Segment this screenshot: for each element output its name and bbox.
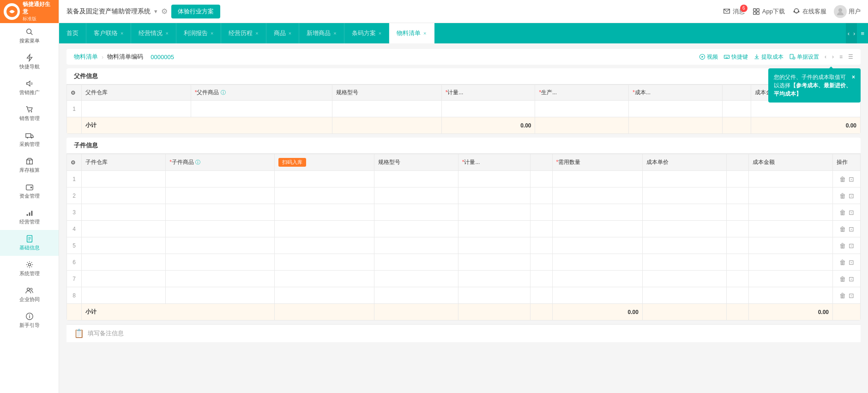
delete-row-8[interactable]: 🗑: [839, 292, 846, 299]
nav-prev-arrow[interactable]: ‹: [846, 23, 851, 43]
copy-row-2[interactable]: ⊡: [849, 192, 854, 200]
svg-point-5: [30, 111, 32, 113]
child-cell-warehouse-1[interactable]: [82, 171, 166, 187]
notes-label[interactable]: 填写备注信息: [88, 329, 124, 338]
close-tab-customer[interactable]: ×: [121, 30, 123, 36]
tab-bom[interactable]: 物料清单 ×: [389, 23, 434, 43]
close-tab-profit[interactable]: ×: [211, 30, 213, 36]
system-dropdown-icon[interactable]: ▾: [154, 8, 157, 15]
sidebar-item-inventory[interactable]: 库存核算: [0, 152, 59, 178]
sidebar-item-sales[interactable]: 销售管理: [0, 101, 59, 127]
svg-rect-26: [757, 8, 759, 11]
tab-operation[interactable]: 经营情况 ×: [131, 23, 176, 43]
copy-row-1[interactable]: ⊡: [849, 175, 854, 183]
svg-rect-25: [753, 8, 756, 11]
child-table-header: ⚙ 子件仓库 *子件商品 ⓘ 扫码入库 规格型号 *计量... *需用数量 成本…: [67, 154, 861, 171]
sidebar-item-basic-info[interactable]: 基础信息: [0, 230, 59, 256]
app-logo: 畅捷通好生意 标准版: [0, 0, 59, 23]
action-extract-cost[interactable]: 提取成本: [753, 53, 784, 61]
breadcrumb-bom[interactable]: 物料清单: [74, 53, 98, 61]
nav-next-arrow[interactable]: ›: [851, 23, 857, 43]
nav-next[interactable]: ›: [832, 54, 834, 60]
sidebar-item-finance[interactable]: 资金管理: [0, 178, 59, 204]
child-cell-unit-cost-1[interactable]: [642, 171, 726, 187]
copy-row-4[interactable]: ⊡: [849, 225, 854, 233]
delete-row-3[interactable]: 🗑: [839, 209, 846, 216]
child-subtotal-label: 小计: [82, 304, 275, 320]
copy-row-7[interactable]: ⊡: [849, 275, 854, 283]
delete-row-1[interactable]: 🗑: [839, 175, 846, 183]
copy-row-5[interactable]: ⊡: [849, 242, 854, 249]
tooltip-close-btn[interactable]: ×: [852, 73, 855, 81]
nav-menu[interactable]: ≡: [839, 54, 843, 60]
parent-cell-cost-1[interactable]: [629, 101, 723, 117]
parent-row-1: 1: [67, 101, 861, 117]
tab-profit[interactable]: 利润报告 ×: [176, 23, 221, 43]
child-cell-goods-1[interactable]: [166, 171, 275, 187]
nav-list-view[interactable]: ☰: [848, 54, 853, 60]
close-tab-history[interactable]: ×: [255, 30, 258, 36]
copy-row-3[interactable]: ⊡: [849, 209, 854, 216]
copy-row-6[interactable]: ⊡: [849, 259, 854, 266]
parent-cell-produce-1[interactable]: [535, 101, 629, 117]
main-content: 装备及固定资产辅助管理系统 ▾ ⚙ 体验行业方案 消息 6 App下载 在线客服: [59, 0, 868, 393]
parent-th-gear[interactable]: ⚙: [67, 85, 82, 101]
sidebar-item-purchase[interactable]: 采购管理: [0, 127, 59, 152]
parent-subtotal-row: 小计 0.00 0.00: [67, 117, 861, 134]
close-tab-new-goods[interactable]: ×: [333, 30, 336, 36]
delete-row-5[interactable]: 🗑: [839, 242, 846, 249]
svg-marker-3: [27, 54, 32, 61]
close-tab-operation[interactable]: ×: [165, 30, 168, 36]
delete-row-6[interactable]: 🗑: [839, 259, 846, 266]
action-video[interactable]: 视频: [699, 53, 718, 61]
child-cell-spec-1[interactable]: [374, 171, 458, 187]
topbar-right: 消息 6 App下载 在线客服 用户: [723, 5, 861, 18]
app-download-btn[interactable]: App下载: [752, 7, 785, 16]
child-th-gear[interactable]: ⚙: [67, 154, 82, 171]
settings-icon: [25, 260, 34, 269]
sidebar-item-quick-nav[interactable]: 快捷导航: [0, 49, 59, 75]
parent-cell-unit-1[interactable]: [441, 101, 535, 117]
action-shortcut[interactable]: 快捷键: [723, 53, 748, 61]
logo-sub: 标准版: [23, 16, 55, 22]
message-btn[interactable]: 消息 6: [723, 7, 745, 16]
copy-row-8[interactable]: ⊡: [849, 292, 854, 299]
scan-btn[interactable]: 扫码入库: [278, 158, 306, 167]
sidebar-item-search[interactable]: 搜索菜单: [0, 23, 59, 49]
close-all-tabs[interactable]: ≡: [857, 23, 868, 43]
tab-customer[interactable]: 客户联络 ×: [86, 23, 131, 43]
parent-cell-warehouse-1[interactable]: [82, 101, 191, 117]
breadcrumb-code-label: 物料清单编码: [107, 53, 143, 61]
sidebar-item-operation[interactable]: 经营管理: [0, 204, 59, 230]
settings-gear-icon[interactable]: ⚙: [161, 7, 168, 16]
tab-home[interactable]: 首页: [59, 23, 86, 43]
delete-row-7[interactable]: 🗑: [839, 275, 846, 283]
close-tab-bom[interactable]: ×: [423, 30, 426, 36]
tab-goods[interactable]: 商品 ×: [266, 23, 299, 43]
group-icon: [25, 286, 34, 295]
parent-cell-spec-1[interactable]: [332, 101, 441, 117]
action-doc-setting[interactable]: 单据设置: [789, 53, 819, 61]
tab-new-goods[interactable]: 新增商品 ×: [299, 23, 344, 43]
child-th-scan[interactable]: 扫码入库: [274, 154, 374, 171]
parent-cell-goods-1[interactable]: [191, 101, 332, 117]
child-th-actions: 操作: [833, 154, 861, 171]
child-section: 子件信息 ⚙ 子件仓库 *子件商品 ⓘ 扫码入库 规格型号 *计量... *需用…: [66, 138, 861, 320]
trial-btn[interactable]: 体验行业方案: [171, 5, 220, 18]
nav-tabs: 首页 客户联络 × 经营情况 × 利润报告 × 经营历程 × 商品 × 新增商品…: [59, 23, 868, 43]
delete-row-4[interactable]: 🗑: [839, 225, 846, 233]
close-tab-goods[interactable]: ×: [289, 30, 291, 36]
sidebar-item-marketing[interactable]: 营销推广: [0, 75, 59, 101]
tab-history[interactable]: 经营历程 ×: [221, 23, 266, 43]
nav-prev[interactable]: ‹: [825, 54, 826, 60]
child-cell-qty-1[interactable]: [552, 171, 642, 187]
user-avatar[interactable]: 用户: [834, 5, 861, 18]
delete-row-2[interactable]: 🗑: [839, 192, 846, 200]
sidebar-item-system[interactable]: 系统管理: [0, 256, 59, 282]
sidebar-item-enterprise[interactable]: 企业协同: [0, 282, 59, 308]
child-cell-unit-1[interactable]: [458, 171, 530, 187]
online-service-btn[interactable]: 在线客服: [792, 7, 826, 16]
sidebar-item-guide[interactable]: 新手引导: [0, 308, 59, 333]
tab-barcode[interactable]: 条码方案 ×: [344, 23, 389, 43]
close-tab-barcode[interactable]: ×: [379, 30, 381, 36]
